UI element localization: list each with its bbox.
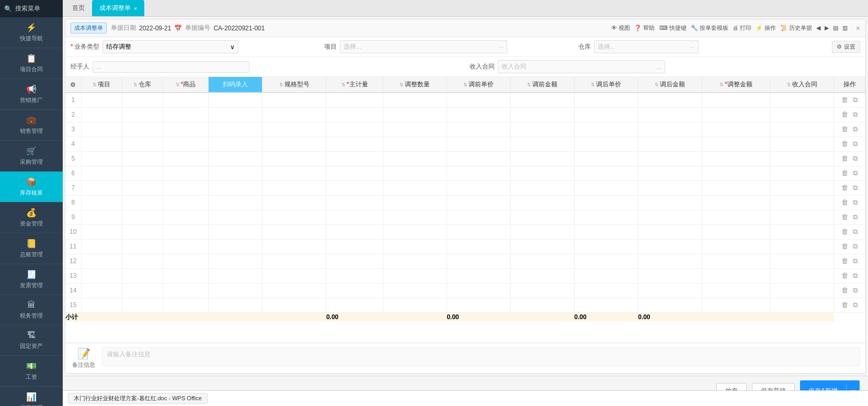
- copy-row-4[interactable]: ⧉: [851, 139, 859, 149]
- cell-6-11[interactable]: [702, 166, 770, 181]
- cell-12-5[interactable]: [326, 254, 383, 268]
- cell-11-7[interactable]: [447, 239, 510, 254]
- action-print[interactable]: 🖨 打印: [733, 24, 751, 32]
- cell-4-5[interactable]: [326, 137, 383, 151]
- cell-4-9[interactable]: [574, 137, 638, 151]
- cell-12-11[interactable]: [702, 254, 770, 268]
- cell-4-6[interactable]: [383, 137, 447, 151]
- cell-2-5[interactable]: [326, 107, 383, 122]
- action-ops[interactable]: ⚡ 操作: [756, 24, 776, 32]
- delete-row-6[interactable]: 🗑: [840, 168, 850, 177]
- cell-2-6[interactable]: [383, 107, 447, 122]
- warehouse-input[interactable]: 选择... ···: [594, 40, 699, 53]
- cell-3-4[interactable]: [262, 122, 326, 137]
- cell-14-3[interactable]: [208, 283, 262, 298]
- cell-9-3[interactable]: [208, 210, 262, 224]
- cell-11-3[interactable]: [208, 239, 262, 254]
- cell-9-2[interactable]: [163, 210, 209, 224]
- cell-13-12[interactable]: [770, 268, 834, 283]
- copy-row-7[interactable]: ⧉: [851, 183, 859, 193]
- cell-4-12[interactable]: [770, 137, 834, 151]
- cell-5-9[interactable]: [574, 151, 638, 166]
- cell-3-2[interactable]: [163, 122, 209, 137]
- cell-12-0[interactable]: [81, 254, 122, 268]
- cell-7-10[interactable]: [638, 181, 702, 195]
- cell-1-10[interactable]: [638, 93, 702, 107]
- cell-1-7[interactable]: [447, 93, 510, 107]
- cell-1-4[interactable]: [262, 93, 326, 107]
- cell-15-7[interactable]: [447, 298, 510, 312]
- cell-3-10[interactable]: [638, 122, 702, 137]
- cell-3-7[interactable]: [447, 122, 510, 137]
- cell-14-10[interactable]: [638, 283, 702, 298]
- copy-row-8[interactable]: ⧉: [851, 198, 859, 207]
- cell-10-12[interactable]: [770, 224, 834, 239]
- cell-2-2[interactable]: [163, 107, 209, 122]
- cell-1-6[interactable]: [383, 93, 447, 107]
- cell-14-7[interactable]: [447, 283, 510, 298]
- copy-row-12[interactable]: ⧉: [851, 256, 859, 266]
- action-next[interactable]: ▶: [825, 25, 829, 31]
- col-settings[interactable]: ⚙: [65, 77, 81, 93]
- cell-15-2[interactable]: [163, 298, 209, 312]
- cell-15-8[interactable]: [510, 298, 574, 312]
- action-view2[interactable]: ▥: [842, 25, 848, 31]
- cell-5-2[interactable]: [163, 151, 209, 166]
- delete-row-10[interactable]: 🗑: [840, 227, 850, 236]
- cell-8-4[interactable]: [262, 195, 326, 210]
- cell-5-1[interactable]: [122, 151, 163, 166]
- cell-2-1[interactable]: [122, 107, 163, 122]
- taskbar-wps-item[interactable]: 木门行业好业财处理方案-暮红红.doc - WPS Office: [68, 393, 208, 404]
- tab-cost-adjust[interactable]: 成本调整单 ×: [92, 0, 144, 16]
- cell-4-11[interactable]: [702, 137, 770, 151]
- cell-1-5[interactable]: [326, 93, 383, 107]
- cell-12-12[interactable]: [770, 254, 834, 268]
- cell-9-7[interactable]: [447, 210, 510, 224]
- cell-12-4[interactable]: [262, 254, 326, 268]
- cell-5-8[interactable]: [510, 151, 574, 166]
- sidebar-item-tax-mgmt[interactable]: 🏛税务管理: [0, 295, 63, 325]
- cell-6-1[interactable]: [122, 166, 163, 181]
- cell-9-11[interactable]: [702, 210, 770, 224]
- delete-row-3[interactable]: 🗑: [840, 125, 850, 133]
- cell-8-8[interactable]: [510, 195, 574, 210]
- cell-2-4[interactable]: [262, 107, 326, 122]
- sidebar-item-invoice-mgmt[interactable]: 🧾发票管理: [0, 264, 63, 295]
- sidebar-item-sales-mgmt[interactable]: 💼销售管理: [0, 110, 63, 141]
- delete-row-1[interactable]: 🗑: [840, 95, 850, 104]
- cell-8-1[interactable]: [122, 195, 163, 210]
- cell-15-0[interactable]: [81, 298, 122, 312]
- cell-10-6[interactable]: [383, 224, 447, 239]
- cell-6-0[interactable]: [81, 166, 122, 181]
- cell-3-5[interactable]: [326, 122, 383, 137]
- income-contract-input[interactable]: 收入合同 ...: [498, 60, 665, 73]
- action-help[interactable]: ❓ 帮助: [634, 24, 655, 32]
- cell-10-10[interactable]: [638, 224, 702, 239]
- cell-4-1[interactable]: [122, 137, 163, 151]
- cell-8-5[interactable]: [326, 195, 383, 210]
- sidebar-item-payroll[interactable]: 💵工资: [0, 356, 63, 387]
- cell-2-0[interactable]: [81, 107, 122, 122]
- cell-1-2[interactable]: [163, 93, 209, 107]
- cell-2-9[interactable]: [574, 107, 638, 122]
- cell-7-5[interactable]: [326, 181, 383, 195]
- cell-13-4[interactable]: [262, 268, 326, 283]
- cell-12-3[interactable]: [208, 254, 262, 268]
- delete-row-5[interactable]: 🗑: [840, 154, 850, 163]
- cell-15-5[interactable]: [326, 298, 383, 312]
- cell-7-9[interactable]: [574, 181, 638, 195]
- action-prev[interactable]: ◀: [816, 25, 820, 31]
- cell-15-3[interactable]: [208, 298, 262, 312]
- action-shortcut[interactable]: ⌨ 快捷键: [659, 24, 687, 32]
- cell-5-6[interactable]: [383, 151, 447, 166]
- cell-8-6[interactable]: [383, 195, 447, 210]
- cell-4-2[interactable]: [163, 137, 209, 151]
- cell-11-5[interactable]: [326, 239, 383, 254]
- copy-row-11[interactable]: ⧉: [851, 242, 859, 251]
- settings-button[interactable]: ⚙ 设置: [832, 41, 860, 53]
- cell-12-8[interactable]: [510, 254, 574, 268]
- cell-13-10[interactable]: [638, 268, 702, 283]
- cell-15-9[interactable]: [574, 298, 638, 312]
- cell-5-11[interactable]: [702, 151, 770, 166]
- copy-row-2[interactable]: ⧉: [851, 110, 859, 119]
